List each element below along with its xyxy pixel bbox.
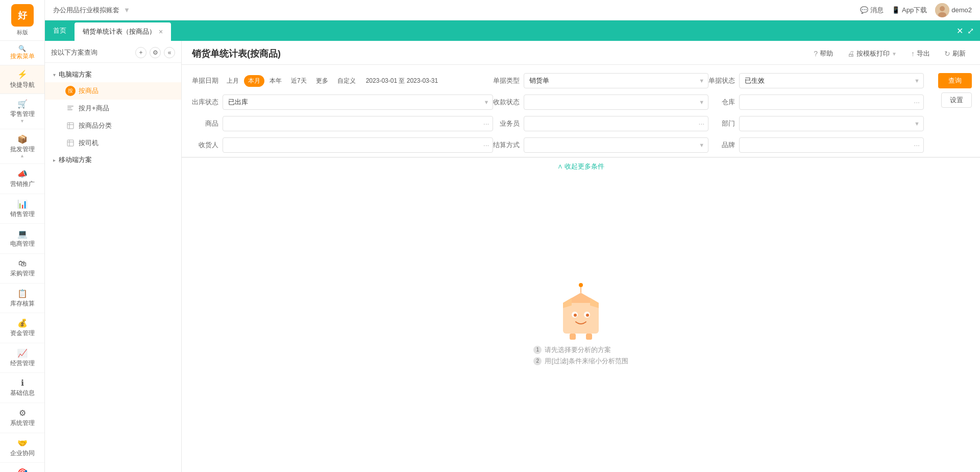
window-close-icon[interactable]: ✕ [957, 26, 963, 36]
workspace-dropdown-icon[interactable]: ▼ [124, 6, 130, 14]
left-panel: 按以下方案查询 + ⚙ « ▾ [45, 41, 182, 472]
sidebar-item-retail[interactable]: 🛒 零售管理 ▼ [0, 94, 44, 129]
scheme-item-by-goods[interactable]: 按 按商品 [45, 82, 181, 100]
quick-nav-label: 快捷导航 [10, 81, 35, 89]
svg-point-19 [586, 314, 589, 317]
sidebar-item-sales[interactable]: 📊 销售管理 [0, 194, 44, 224]
print-label: 按模板打印 [856, 49, 890, 58]
tip-1-num: 1 [533, 346, 542, 354]
outbound-label: 出库状态 [192, 98, 223, 107]
outbound-input[interactable] [223, 95, 493, 110]
svg-rect-3 [67, 106, 74, 107]
scheme-tree: ▾ 电脑端方案 按 按商品 按月+商品 [45, 63, 181, 172]
svg-rect-9 [67, 140, 74, 146]
help-button[interactable]: ? 帮助 [810, 47, 837, 60]
date-tab-this-year[interactable]: 本年 [265, 75, 286, 87]
status-input[interactable] [739, 73, 924, 88]
panel-collapse-button[interactable]: « [164, 47, 175, 58]
wholesale-icon: 📦 [17, 134, 28, 144]
scheme-item-by-category-label: 按商品分类 [79, 121, 112, 130]
marketing-icon: 📣 [17, 169, 28, 179]
warehouse-control: ··· [739, 95, 924, 110]
sidebar-item-marketing[interactable]: 📣 营销推广 [0, 164, 44, 194]
retail-icon: 🛒 [17, 99, 28, 109]
finance-label: 资金管理 [10, 329, 35, 338]
type-input[interactable] [524, 73, 708, 88]
sidebar-item-operations[interactable]: 📈 经营管理 [0, 343, 44, 373]
scheme-group-mobile-header[interactable]: ▸ 移动端方案 [45, 152, 181, 168]
user-area[interactable]: demo2 [935, 3, 972, 17]
svg-point-21 [579, 283, 583, 287]
date-tab-7days[interactable]: 近7天 [287, 75, 311, 87]
tip-2-num: 2 [533, 357, 542, 365]
sidebar-item-enterprise[interactable]: 🤝 企业协同 [0, 433, 44, 463]
mobile-group-arrow-icon: ▸ [53, 157, 56, 163]
scheme-item-by-category[interactable]: 按商品分类 [45, 117, 181, 134]
print-template-button[interactable]: 🖨 按模板打印 ▼ [843, 47, 901, 60]
tab-close-button[interactable]: × [159, 28, 163, 36]
system-icon: ⚙ [19, 408, 26, 418]
date-tab-custom[interactable]: 自定义 [333, 75, 360, 87]
recipient-input[interactable] [223, 137, 493, 153]
dept-input[interactable] [739, 116, 924, 131]
sidebar-item-guide[interactable]: 🎯 新手引导 [0, 463, 44, 472]
sidebar-item-purchase[interactable]: 🛍 采购管理 [0, 254, 44, 284]
filter-outbound-item: 出库状态 ▼ [192, 95, 493, 110]
refresh-button[interactable]: ↻ 刷新 [940, 47, 970, 60]
filter-goods-item: 商品 ··· [192, 116, 493, 131]
sidebar: 好 标版 🔍 搜索菜单 ⚡ 快捷导航 🛒 零售管理 ▼ 📦 批发管理 ▲ 📣 营… [0, 0, 45, 472]
svg-rect-12 [563, 303, 599, 334]
guide-icon: 🎯 [17, 468, 28, 472]
page-actions: ? 帮助 🖨 按模板打印 ▼ ↑ 导出 ↻ 刷新 [810, 47, 970, 60]
scheme-item-by-month-goods[interactable]: 按月+商品 [45, 100, 181, 117]
logo-icon: 好 [11, 4, 34, 27]
type-label: 单据类型 [493, 76, 524, 85]
sidebar-item-quick-nav[interactable]: ⚡ 快捷导航 [0, 65, 44, 94]
panel-title: 按以下方案查询 [51, 48, 97, 57]
inventory-icon: 📋 [17, 289, 28, 298]
salesperson-input[interactable] [524, 116, 708, 131]
sidebar-item-system[interactable]: ⚙ 系统管理 [0, 403, 44, 433]
date-tab-more[interactable]: 更多 [312, 75, 332, 87]
scheme-settings-button[interactable]: ⚙ [150, 47, 161, 58]
export-button[interactable]: ↑ 导出 [907, 47, 934, 60]
date-label: 单据日期 [192, 76, 223, 85]
sidebar-item-ecommerce[interactable]: 💻 电商管理 [0, 224, 44, 254]
empty-illustration [550, 280, 611, 341]
date-tab-this-month[interactable]: 本月 [244, 75, 264, 87]
receipt-input[interactable] [524, 95, 708, 110]
sidebar-item-finance[interactable]: 💰 资金管理 [0, 313, 44, 343]
scheme-group-desktop-header[interactable]: ▾ 电脑端方案 [45, 67, 181, 82]
scheme-item-by-driver[interactable]: 按司机 [45, 134, 181, 152]
tab-home[interactable]: 首页 [45, 20, 75, 41]
date-tab-last-month[interactable]: 上月 [223, 75, 243, 87]
message-button[interactable]: 💬 消息 [860, 6, 884, 15]
settle-input[interactable] [524, 137, 708, 153]
tab-home-label: 首页 [53, 26, 66, 35]
receipt-control: ▼ [524, 95, 708, 110]
warehouse-input[interactable] [739, 95, 924, 110]
sidebar-search[interactable]: 🔍 搜索菜单 [0, 41, 44, 65]
query-button[interactable]: 查询 [938, 73, 972, 88]
sidebar-item-basic-info[interactable]: ℹ 基础信息 [0, 373, 44, 403]
sidebar-item-wholesale[interactable]: 📦 批发管理 ▲ [0, 129, 44, 164]
refresh-icon: ↻ [944, 50, 950, 58]
tip-1: 1 请先选择要分析的方案 [533, 345, 628, 355]
tabbar-actions: ✕ ⤢ [957, 26, 980, 36]
svg-rect-6 [67, 123, 74, 129]
add-scheme-button[interactable]: + [135, 47, 146, 58]
window-expand-icon[interactable]: ⤢ [967, 26, 974, 36]
collapse-bar[interactable]: ∧ 收起更多条件 [182, 157, 980, 175]
operations-label: 经营管理 [10, 360, 35, 368]
tab-sales-stats[interactable]: 销货单统计表（按商品） × [75, 22, 171, 41]
tip-2-text: 用[过滤]条件来缩小分析范围 [545, 357, 628, 366]
goods-input[interactable] [223, 116, 493, 131]
tab-sales-stats-label: 销货单统计表（按商品） [83, 27, 156, 36]
settings-button[interactable]: 设置 [941, 92, 972, 108]
brand-input[interactable] [739, 137, 924, 153]
message-label: 消息 [870, 6, 884, 15]
app-download-button[interactable]: 📱 App下载 [892, 6, 927, 15]
sidebar-item-inventory[interactable]: 📋 库存核算 [0, 284, 44, 314]
topbar-right: 💬 消息 📱 App下载 demo2 [860, 3, 972, 17]
dept-control: ▼ [739, 116, 924, 131]
